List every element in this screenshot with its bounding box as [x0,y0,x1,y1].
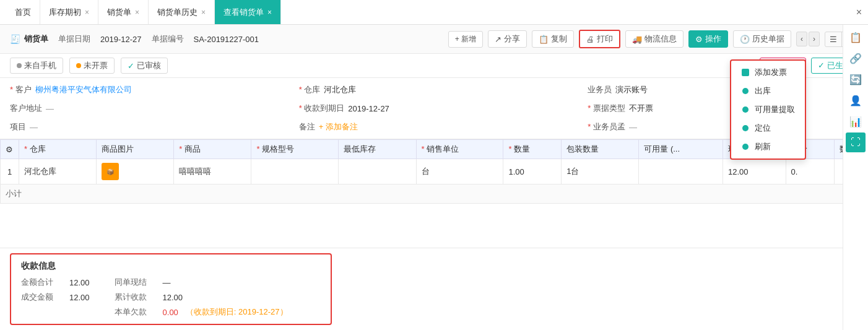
sidebar-icon-expand[interactable]: ⛶ [846,132,866,152]
not-open-button[interactable]: 未开票 [69,58,115,74]
logistics-button[interactable]: 🚚 物流信息 [625,30,684,48]
sidebar-icon-sync[interactable]: 🔄 [846,69,866,89]
close-tab-check[interactable]: × [267,8,272,17]
add-invoice-item[interactable]: 添加发票 [731,63,805,82]
total-amount-value: 12.00 [69,278,90,287]
tab-bar: 首页 库存期初 × 销货单 × 销货单历史 × 查看销货单 × × [0,0,868,25]
warehouse-field: 仓库 河北仓库 [299,84,570,95]
address-field: 客户地址 — [10,103,280,114]
row-number: 1 [1,159,19,185]
print-button[interactable]: 🖨 打印 [579,30,620,48]
list-view-icon[interactable]: ☰ [825,32,842,46]
subtotal-row: 小计 [1,185,868,204]
date-value: 2019-12-27 [100,35,142,44]
confirm-button[interactable]: ✓ 已审核 [121,58,168,74]
min-stock-col: 最低库存 [339,140,416,159]
same-settle-label: 同单现结 [115,277,158,288]
new-button[interactable]: + 新增 [448,31,483,48]
add-note-button[interactable]: + 添加备注 [319,121,358,132]
tab-home[interactable]: 首页 [6,0,40,24]
same-settle-value: — [163,278,171,287]
payment-date-label: 收款到期日 [299,103,345,114]
share-button[interactable]: ↗ 分享 [488,30,527,48]
sales-employee-label: 业务员孟 [588,121,625,132]
phone-dot [17,63,22,68]
total-received-label: 累计收款 [115,292,158,303]
date-label: 单据日期 [58,33,90,45]
note-label: 备注 [299,121,315,132]
sidebar-icon-link[interactable]: 🔗 [846,48,866,68]
outbound-item[interactable]: 出库 [731,82,805,100]
ticket-type-field: 票据类型 不开票 [588,103,858,114]
same-settle-row: 同单现结 — [115,277,288,288]
document-header: 🧾 销货单 单据日期 2019-12-27 单据编号 SA-20191227-0… [0,25,868,54]
copy-button[interactable]: 📋 复制 [532,30,574,48]
package-qty-col: 包装数量 [562,140,639,159]
available-qty-item[interactable]: 可用量提取 [731,100,805,119]
sidebar-icon-doc[interactable]: 📋 [846,27,866,47]
close-tab-sales[interactable]: × [135,8,139,17]
window-close-button[interactable]: × [856,7,862,18]
share-icon: ↗ [495,35,501,44]
sidebar-icon-chart[interactable]: 📊 [846,111,866,131]
row-image: 📦 [97,159,174,185]
ticket-type-value: 不开票 [629,103,653,114]
warehouse-label: 仓库 [299,84,321,95]
row-min-stock [339,159,416,185]
open-dot [76,63,81,68]
copy-icon: 📋 [539,35,549,44]
next-button[interactable]: › [809,32,820,46]
project-field: 项目 — [10,121,280,132]
warehouse-value: 河北仓库 [324,84,356,95]
bottom-section: 收款信息 金额合计 12.00 成交金额 12.00 [0,248,868,330]
tab-sales-order[interactable]: 销货单 × [98,0,149,24]
total-received-value: 12.00 [163,293,183,302]
prev-button[interactable]: ‹ [796,32,807,46]
print-icon: 🖨 [586,35,594,44]
available-qty-icon [741,105,750,114]
unit-col: 销售单位 [416,140,503,159]
deal-amount-row: 成交金额 12.00 [21,292,90,303]
table-row: 1 河北仓库 📦 嘻嘻嘻嘻 台 1.00 1台 12.00 0. [1,159,868,185]
operations-button[interactable]: ⚙ 操作 [688,30,728,48]
available-col: 可用量 (... [639,140,723,159]
history-button[interactable]: 🕐 历史单据 [733,30,791,48]
settings-col: ⚙ [1,140,19,159]
total-amount-row: 金额合计 12.00 [21,277,90,288]
subtotal-label: 小计 [1,185,868,204]
row-warehouse: 河北仓库 [19,159,97,185]
refresh-item[interactable]: 刷新 [731,137,805,156]
from-phone-button[interactable]: 来自手机 [10,58,63,74]
quantity-col: 数量 [503,140,562,159]
number-value: SA-20191227-001 [194,35,259,44]
outbound-icon [741,87,750,95]
tab-sales-history[interactable]: 销货单历史 × [149,0,215,24]
employee-label: 业务员 [588,84,612,95]
close-tab-inventory[interactable]: × [85,8,89,17]
tab-check-sales[interactable]: 查看销货单 × [215,0,281,24]
customer-value[interactable]: 柳州粤港平安气体有限公司 [35,84,132,95]
product-thumbnail: 📦 [102,163,119,180]
doc-title-text: 销货单 [24,33,48,45]
close-tab-history[interactable]: × [201,8,206,17]
locate-item[interactable]: 定位 [731,119,805,137]
model-col: 规格型号 [251,140,339,159]
sidebar-icon-user[interactable]: 👤 [846,90,866,110]
nav-arrows: ‹ › [796,32,820,46]
owed-label: 本单欠款 [115,306,158,318]
employee-field: 业务员 演示账号 [588,84,858,95]
logistics-icon: 🚚 [632,35,642,44]
owed-suffix: （收款到期日: 2019-12-27） [186,306,288,318]
product-col: 商品 [174,140,251,159]
row-available [639,159,723,185]
doc-actions: + 新增 ↗ 分享 📋 复制 🖨 打印 🚚 物流信息 [448,30,858,48]
operations-icon: ⚙ [695,35,703,44]
tab-inventory-init[interactable]: 库存期初 × [40,0,98,24]
total-received-row: 累计收款 12.00 [115,292,288,303]
history-icon: 🕐 [740,35,750,44]
image-col: 商品图片 [97,140,174,159]
confirm-icon: ✓ [128,61,134,71]
row-stock: 12.00 [723,159,786,185]
deal-amount-label: 成交金额 [21,292,64,303]
row-product: 嘻嘻嘻嘻 [174,159,251,185]
